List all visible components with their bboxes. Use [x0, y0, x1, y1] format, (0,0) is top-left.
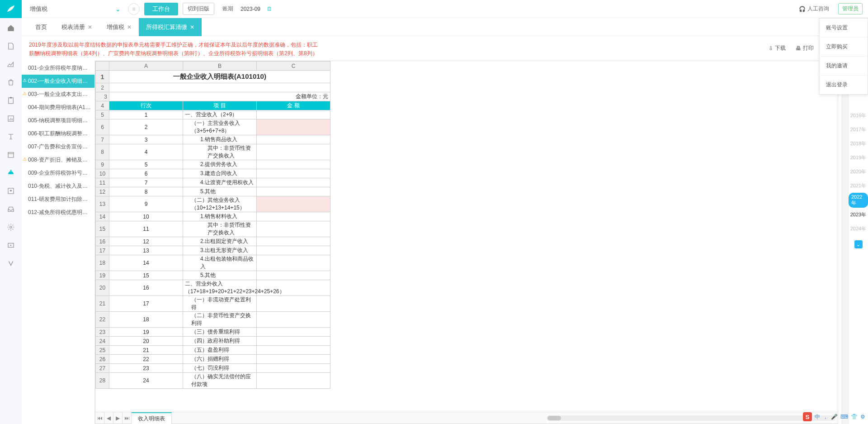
- amount-cell[interactable]: [257, 337, 330, 346]
- row-header[interactable]: 2: [96, 83, 109, 92]
- amount-cell[interactable]: [257, 237, 330, 246]
- nav-v-icon[interactable]: [0, 255, 22, 272]
- calendar-icon[interactable]: 🗓: [267, 6, 272, 12]
- row-header[interactable]: 7: [96, 135, 109, 144]
- form-list-item[interactable]: 012-减免所得税优惠明细表(…: [22, 206, 94, 219]
- col-header[interactable]: C: [257, 62, 330, 71]
- form-list-item[interactable]: 010-免税、减计收入及加计…: [22, 180, 94, 193]
- sheet-nav-last[interactable]: ⏭: [123, 412, 132, 424]
- nav-video-icon[interactable]: [0, 237, 22, 253]
- year-item[interactable]: 2017年: [850, 123, 866, 137]
- nav-settings-icon[interactable]: [0, 219, 22, 235]
- amount-cell[interactable]: [257, 169, 330, 178]
- user-menu-invite[interactable]: 我的邀请: [820, 57, 868, 76]
- close-icon[interactable]: ✕: [88, 24, 92, 30]
- tab-tax-list[interactable]: 税表清册✕: [54, 18, 99, 36]
- amount-cell[interactable]: [257, 296, 330, 312]
- year-item[interactable]: 2019年: [850, 151, 866, 165]
- ime-settings-icon[interactable]: ⚙: [860, 414, 865, 420]
- row-header[interactable]: 20: [96, 280, 109, 296]
- row-header[interactable]: 21: [96, 296, 109, 312]
- year-item[interactable]: 2021年: [850, 179, 866, 193]
- user-menu-logout[interactable]: 退出登录: [820, 76, 868, 94]
- print-button[interactable]: 🖶打印: [796, 44, 814, 52]
- nav-tax-icon[interactable]: [0, 165, 22, 181]
- col-header[interactable]: B: [183, 62, 257, 71]
- amount-cell[interactable]: [257, 221, 330, 237]
- workspace-button[interactable]: 工作台: [144, 3, 178, 15]
- row-header[interactable]: 13: [96, 196, 109, 212]
- ime-lang[interactable]: 中: [815, 413, 820, 421]
- year-expand-icon[interactable]: ⌄: [854, 240, 863, 248]
- row-header[interactable]: 8: [96, 144, 109, 160]
- form-list-item[interactable]: 006-职工薪酬纳税调整明细…: [22, 127, 94, 140]
- user-menu-account[interactable]: 账号设置: [820, 19, 868, 38]
- nav-inbox-icon[interactable]: [0, 201, 22, 217]
- form-list-item[interactable]: 007-广告费和业务宣传费跨…: [22, 140, 94, 153]
- ime-skin-icon[interactable]: 👕: [851, 414, 858, 420]
- row-header[interactable]: 12: [96, 187, 109, 196]
- nav-calendar-icon[interactable]: [0, 147, 22, 163]
- tab-home[interactable]: 首页: [28, 18, 54, 36]
- sheet-nav-first[interactable]: ⏮: [95, 412, 104, 424]
- year-item[interactable]: 2016年: [850, 109, 866, 123]
- row-header[interactable]: 4: [96, 101, 109, 110]
- row-header[interactable]: 6: [96, 119, 109, 135]
- form-list-item[interactable]: 011-研发费用加计扣除优惠…: [22, 193, 94, 206]
- row-header[interactable]: 5: [96, 110, 109, 119]
- year-item[interactable]: 2018年: [850, 137, 866, 151]
- close-icon[interactable]: ✕: [190, 24, 194, 30]
- ime-punct[interactable]: ，: [823, 413, 828, 421]
- switch-old-button[interactable]: 切到旧版: [183, 3, 214, 15]
- year-item[interactable]: 2022年: [849, 193, 868, 208]
- amount-cell[interactable]: [257, 364, 330, 373]
- amount-cell[interactable]: [257, 196, 330, 212]
- row-header[interactable]: 28: [96, 373, 109, 389]
- amount-cell[interactable]: [257, 135, 330, 144]
- amount-cell[interactable]: [257, 312, 330, 328]
- amount-cell[interactable]: [257, 246, 330, 255]
- nav-export-icon[interactable]: [0, 183, 22, 199]
- form-list-item[interactable]: 005-纳税调整项目明细表(A1…: [22, 114, 94, 127]
- nav-home-icon[interactable]: [0, 20, 22, 36]
- tab-vat[interactable]: 增值税✕: [99, 18, 139, 36]
- row-header[interactable]: 9: [96, 160, 109, 169]
- sheet-nav-prev[interactable]: ◀: [104, 412, 113, 424]
- year-item[interactable]: 2024年: [850, 222, 866, 236]
- row-header[interactable]: 10: [96, 169, 109, 178]
- row-header[interactable]: 24: [96, 337, 109, 346]
- brand-logo[interactable]: [0, 0, 22, 18]
- amount-cell[interactable]: [257, 110, 330, 119]
- nav-bag-icon[interactable]: [0, 74, 22, 91]
- content-scrollbar[interactable]: [842, 61, 848, 424]
- year-item[interactable]: 2023年: [850, 208, 866, 222]
- ime-keyboard-icon[interactable]: ⌨: [840, 414, 848, 420]
- amount-cell[interactable]: [257, 187, 330, 196]
- amount-cell[interactable]: [257, 373, 330, 389]
- module-dropdown[interactable]: 增值税 ⌄: [27, 5, 123, 13]
- amount-cell[interactable]: [257, 119, 330, 135]
- form-list-item[interactable]: 004-期间费用明细表(A1040…: [22, 101, 94, 114]
- year-item[interactable]: 2020年: [850, 165, 866, 179]
- form-list-item[interactable]: 001-企业所得税年度纳税申…: [22, 62, 94, 75]
- row-header[interactable]: 27: [96, 364, 109, 373]
- sheet-scroll[interactable]: ABC1一般企业收入明细表(A101010)23金额单位：元4行次项 目金 额5…: [95, 61, 838, 412]
- sheet-nav-next[interactable]: ▶: [113, 412, 123, 424]
- amount-cell[interactable]: [257, 328, 330, 337]
- amount-cell[interactable]: [257, 160, 330, 169]
- row-header[interactable]: 11: [96, 178, 109, 187]
- tab-income-tax[interactable]: 所得税汇算清缴✕: [139, 18, 202, 36]
- amount-cell[interactable]: [257, 178, 330, 187]
- row-header[interactable]: 22: [96, 312, 109, 328]
- row-header[interactable]: 3: [96, 92, 109, 101]
- row-header[interactable]: 15: [96, 221, 109, 237]
- sheet-cell[interactable]: [109, 83, 330, 92]
- nav-doc-icon[interactable]: [0, 38, 22, 54]
- help-link[interactable]: 🎧 人工咨询: [799, 5, 829, 13]
- close-icon[interactable]: ✕: [127, 24, 132, 30]
- list-icon-button[interactable]: ≡: [128, 3, 140, 15]
- row-header[interactable]: 25: [96, 346, 109, 355]
- row-header[interactable]: 14: [96, 212, 109, 221]
- sheet-tab[interactable]: 收入明细表: [132, 412, 172, 424]
- amount-cell[interactable]: [257, 271, 330, 280]
